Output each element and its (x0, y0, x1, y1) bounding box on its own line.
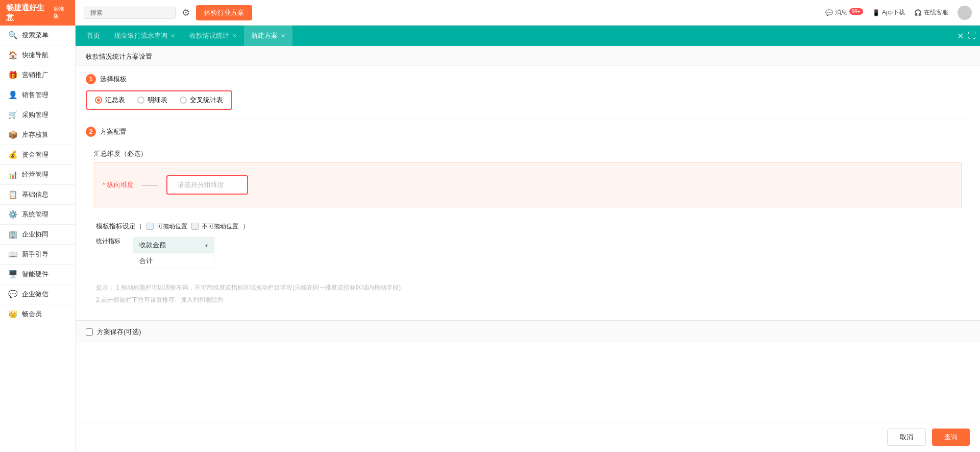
sidebar-item-search-menu[interactable]: 🔍 搜索菜单 (0, 26, 75, 45)
sidebar-item-sales[interactable]: 👤 销售管理 (0, 85, 75, 105)
tab-bank-flow-label: 现金银行流水查询 (114, 31, 167, 40)
building-icon: 🏢 (8, 230, 18, 239)
app-name: 畅捷通好生意 (6, 3, 52, 22)
topbar: ⚙ 体验行业方案 💬 消息 99+ 📱 App下载 🎧 在线客服 (76, 0, 980, 26)
stats-label: 统计指标 (96, 237, 120, 246)
notification-label: 消息 (835, 8, 847, 17)
sidebar-item-wechat[interactable]: 💬 企业微信 (0, 284, 75, 304)
download-item[interactable]: 📱 App下载 (872, 8, 905, 17)
main-area: ⚙ 体验行业方案 💬 消息 99+ 📱 App下载 🎧 在线客服 首页 现金银行… (76, 0, 980, 452)
sidebar-item-member[interactable]: 👑 畅会员 (0, 304, 75, 324)
arrow-icon: —— (142, 180, 158, 189)
sidebar-item-label: 营销推广 (22, 70, 48, 80)
maximize-icon[interactable]: ⛶ (968, 31, 976, 40)
breadcrumb: 收款情况统计方案设置 (86, 53, 152, 60)
chevron-down-icon: ▾ (205, 243, 208, 248)
sidebar-item-label: 企业协同 (22, 230, 48, 239)
indicator-title: 模板指标设定（ (96, 222, 142, 231)
indicator-header: 模板指标设定（ 可拖动位置 不可拖动位置 ） (96, 222, 960, 231)
download-icon: 📱 (872, 9, 880, 16)
step2-section: 2 方案配置 汇总维度（必选） * 纵向维度 —— 请选择分组维度 (76, 118, 980, 320)
indicator-table: 收款金额 ▾ 合计 (133, 237, 214, 269)
sidebar-item-label: 资金管理 (22, 150, 48, 159)
monitor-icon: 🖥️ (8, 270, 18, 279)
toggle-draggable[interactable]: 可拖动位置 (146, 222, 187, 231)
vertical-dimension-label: * 纵向维度 (103, 180, 134, 189)
tab-home[interactable]: 首页 (80, 31, 107, 40)
support-label: 在线客服 (924, 8, 948, 17)
radio-cross[interactable]: 交叉统计表 (180, 96, 223, 105)
indicator-section: 模板指标设定（ 可拖动位置 不可拖动位置 ） 统计指标 (86, 216, 970, 275)
headset-icon: 🎧 (914, 9, 922, 16)
notification-badge: 99+ (849, 8, 863, 15)
step1-title: 1 选择模板 (86, 74, 970, 84)
step2-title: 2 方案配置 (86, 127, 970, 137)
toggle-draggable-label: 可拖动位置 (157, 222, 187, 231)
dimension-header: 汇总维度（必选） (86, 143, 970, 162)
save-plan-checkbox[interactable] (86, 328, 93, 336)
page-content: 收款情况统计方案设置 1 选择模板 汇总表 明细表 (76, 46, 980, 422)
tab-new-plan[interactable]: 新建方案 ✕ (244, 26, 292, 46)
book-icon: 📖 (8, 250, 18, 259)
settings-icon[interactable]: ⚙ (182, 7, 190, 18)
radio-summary[interactable]: 汇总表 (95, 96, 125, 105)
dimension-selector[interactable]: 请选择分组维度 (166, 175, 248, 195)
sidebar-item-enterprise[interactable]: 🏢 企业协同 (0, 225, 75, 245)
tips-section: 提示： 1.拖动标题栏可以调整布局，不可跨维度或指标区域拖动栏目字段(只能在同一… (86, 275, 970, 312)
money-icon: 💰 (8, 150, 18, 159)
radio-detail-label: 明细表 (148, 96, 167, 105)
sidebar-item-label: 智能硬件 (22, 270, 48, 279)
step2-badge: 2 (86, 127, 96, 137)
sidebar-item-inventory[interactable]: 📦 库存核算 (0, 125, 75, 145)
sidebar-item-hardware[interactable]: 🖥️ 智能硬件 (0, 265, 75, 284)
cart-icon: 🛒 (8, 110, 18, 120)
sidebar-item-label: 新手引导 (22, 250, 48, 259)
notification-item[interactable]: 💬 消息 99+ (825, 8, 863, 17)
search-input[interactable] (84, 7, 176, 19)
sidebar-item-basic-info[interactable]: 📋 基础信息 (0, 185, 75, 205)
indicator-layout: 统计指标 收款金额 ▾ 合计 (96, 237, 960, 269)
sidebar-item-operations[interactable]: 📊 经营管理 (0, 165, 75, 185)
tab-collection-stat-close[interactable]: ✕ (232, 33, 237, 39)
indicator-table-row: 合计 (133, 253, 214, 269)
search-menu-icon: 🔍 (8, 31, 18, 40)
sidebar-item-quick-nav[interactable]: 🏠 快捷导航 (0, 45, 75, 65)
sidebar-item-system[interactable]: ⚙️ 系统管理 (0, 205, 75, 225)
user-avatar[interactable] (958, 6, 972, 20)
sidebar-item-guide[interactable]: 📖 新手引导 (0, 245, 75, 265)
radio-summary-label: 汇总表 (105, 96, 125, 105)
sidebar: 畅捷通好生意 标准版 🔍 搜索菜单 🏠 快捷导航 🎁 营销推广 👤 销售管理 🛒… (0, 0, 76, 452)
cancel-button[interactable]: 取消 (887, 429, 926, 446)
tab-bank-flow-close[interactable]: ✕ (170, 33, 175, 39)
sidebar-item-label: 快捷导航 (22, 51, 48, 60)
bottom-bar: 取消 查询 (76, 422, 980, 452)
support-item[interactable]: 🎧 在线客服 (914, 8, 948, 17)
topbar-left: ⚙ 体验行业方案 (84, 5, 252, 20)
sidebar-item-finance[interactable]: 💰 资金管理 (0, 145, 75, 165)
indicator-table-header[interactable]: 收款金额 ▾ (133, 237, 214, 253)
step1-badge: 1 (86, 74, 96, 84)
dimension-area: * 纵向维度 —— 请选择分组维度 (94, 162, 962, 207)
indicator-label-area: 统计指标 (96, 237, 120, 250)
page-header: 收款情况统计方案设置 (76, 46, 980, 66)
sidebar-item-purchase[interactable]: 🛒 采购管理 (0, 105, 75, 125)
tab-new-plan-close[interactable]: ✕ (281, 33, 285, 39)
toggle-draggable-box (146, 223, 154, 230)
tab-collection-stat[interactable]: 收款情况统计 ✕ (182, 26, 244, 46)
radio-detail-dot (137, 97, 144, 104)
tip-line1: 提示： 1.拖动标题栏可以调整布局，不可跨维度或指标区域拖动栏目字段(只能在同一… (96, 281, 960, 294)
query-button[interactable]: 查询 (932, 429, 970, 446)
tab-bank-flow[interactable]: 现金银行流水查询 ✕ (107, 26, 182, 46)
toggle-undraggable[interactable]: 不可拖动位置 (191, 222, 238, 231)
page-inner: 收款情况统计方案设置 1 选择模板 汇总表 明细表 (76, 46, 980, 422)
sidebar-item-marketing[interactable]: 🎁 营销推广 (0, 65, 75, 85)
tip-line2: 2.点击标题栏下拉可设置排序、插入列和删除列 (96, 294, 960, 306)
step2-label: 方案配置 (100, 127, 127, 136)
column-header-label: 收款金额 (139, 241, 166, 250)
dimension-row: * 纵向维度 —— 请选择分组维度 (103, 175, 953, 195)
industry-btn[interactable]: 体验行业方案 (196, 5, 252, 20)
sidebar-item-label: 库存核算 (22, 130, 48, 139)
close-window-icon[interactable]: ✕ (957, 31, 964, 41)
radio-detail[interactable]: 明细表 (137, 96, 167, 105)
gear-icon: ⚙️ (8, 210, 18, 219)
